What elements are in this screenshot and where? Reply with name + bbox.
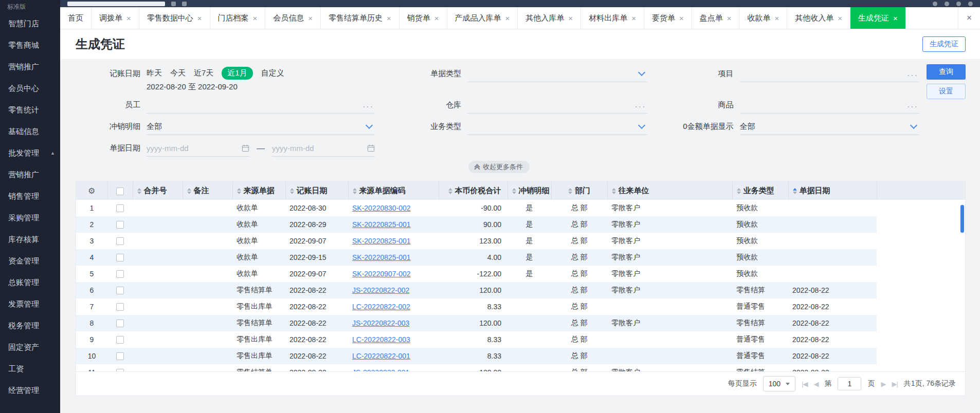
sort-icon[interactable] [353,188,357,194]
more-options-icon[interactable]: ··· [635,103,646,111]
sidebar-item-3[interactable]: 营销推广 [0,56,60,78]
sort-icon[interactable] [612,188,616,194]
sidebar-item-17[interactable]: 工资 [0,358,60,380]
row-checkbox[interactable] [116,287,124,294]
more-options-icon[interactable]: ··· [362,103,374,111]
toolbar-icon[interactable] [945,2,949,6]
tab-11[interactable]: 要货单× [644,7,692,29]
sort-icon[interactable] [237,188,241,194]
tab-14[interactable]: 其他收入单× [787,7,850,29]
sort-icon[interactable] [187,188,191,194]
tab-close-icon[interactable]: × [308,14,313,22]
toolbar-icon[interactable] [956,2,961,6]
sort-icon[interactable] [290,188,294,194]
last-page-button[interactable]: ▶| [892,380,897,388]
tab-9[interactable]: 其他入库单× [518,7,581,29]
goods-input[interactable] [740,97,920,113]
tab-close-icon[interactable]: × [387,14,391,22]
apps-grid-icon[interactable] [171,2,176,6]
tab-close-icon[interactable]: × [505,14,510,22]
sidebar-item-4[interactable]: 会员中心 [0,78,60,99]
tab-close-icon[interactable]: × [631,14,636,22]
calendar-icon[interactable] [242,144,249,152]
next-page-button[interactable]: ▶ [881,380,885,388]
column-header-9[interactable]: 往来单位 [607,181,732,200]
prev-page-button[interactable]: ◀ [813,380,818,388]
source-code-link[interactable]: SK-20220825-001 [352,253,411,261]
tab-close-icon[interactable]: × [774,14,779,22]
quick-option-3[interactable]: 近7天 [194,68,213,78]
generate-voucher-button[interactable]: 生成凭证 [922,36,966,52]
more-options-icon[interactable]: ··· [907,103,918,111]
tab-2[interactable]: 调拨单× [92,7,139,29]
column-header-8[interactable]: 部门 [551,181,607,200]
tab-12[interactable]: 盘点单× [692,7,740,29]
column-header-11[interactable]: 单据日期 [788,181,877,200]
tab-13[interactable]: 收款单× [739,7,787,29]
user-avatar[interactable] [968,2,973,6]
global-search-input[interactable] [67,2,165,6]
tab-close-icon[interactable]: × [568,14,573,22]
sort-icon[interactable] [448,188,452,194]
per-page-select[interactable]: 100 [763,376,795,391]
row-checkbox[interactable] [116,352,124,360]
zero-amount-select[interactable]: 全部 [740,118,920,135]
sidebar-item-9[interactable]: 销售管理 [0,185,60,207]
row-checkbox[interactable] [116,320,124,327]
source-code-link[interactable]: SK-20220825-001 [352,220,411,229]
source-code-link[interactable]: SK-20220907-002 [352,270,411,278]
row-checkbox[interactable] [116,254,124,261]
tab-close-icon[interactable]: × [253,14,258,22]
row-checkbox[interactable] [116,369,124,371]
writeoff-select[interactable]: 全部 [147,118,375,135]
tab-1[interactable]: 首页 [60,7,92,29]
quick-option-1[interactable]: 昨天 [147,68,162,78]
employee-input[interactable] [147,97,375,113]
sort-icon[interactable] [737,188,741,194]
tab-close-icon[interactable]: × [893,14,898,22]
tab-5[interactable]: 会员信息× [265,7,321,29]
row-checkbox[interactable] [116,204,124,212]
tab-7[interactable]: 销货单× [400,7,447,29]
quick-option-5[interactable]: 自定义 [261,68,284,78]
sidebar-item-1[interactable]: 智慧门店 [0,13,60,34]
more-options-icon[interactable]: ··· [907,71,918,80]
select-all-checkbox[interactable] [116,187,124,195]
tab-6[interactable]: 零售结算单历史× [321,7,400,29]
row-checkbox[interactable] [116,303,124,311]
row-checkbox[interactable] [116,270,124,278]
tab-close-icon[interactable]: × [197,14,202,22]
sidebar-item-14[interactable]: 发票管理 [0,293,60,315]
column-header-7[interactable]: 冲销明细 [507,181,551,200]
table-row[interactable]: 7零售出库单2022-08-22LC-20220822-0028.33总 部普通… [76,298,965,315]
collapse-conditions-button[interactable]: 收起更多条件 [468,161,530,173]
sidebar-item-2[interactable]: 零售商城 [0,34,60,56]
tab-15[interactable]: 生成凭证× [850,7,906,29]
tab-4[interactable]: 门店档案× [210,7,266,29]
table-row[interactable]: 6零售结算单2022-08-22JS-20220822-002120.00总 部… [76,282,965,298]
table-row[interactable]: 10零售出库单2022-08-22LC-20220822-0018.33总 部普… [76,348,965,364]
source-code-link[interactable]: LC-20220822-003 [352,335,410,344]
column-header-2[interactable]: 备注 [183,181,232,200]
table-row[interactable]: 11零售结算单2022-08-22JS-20220822-001120.00总 … [76,364,965,371]
sidebar-item-13[interactable]: 总账管理 [0,272,60,293]
table-row[interactable]: 2收款单2022-08-29SK-20220825-00190.00是总 部零散… [76,216,965,233]
quick-option-2[interactable]: 今天 [170,68,186,78]
source-code-link[interactable]: SK-20220825-001 [352,237,411,245]
tab-close-icon[interactable]: × [727,14,732,22]
doc-date-end-input[interactable] [272,140,367,156]
column-header-5[interactable]: 来源单据编码 [348,181,439,200]
sidebar-item-11[interactable]: 库存核算 [0,229,60,250]
message-icon[interactable] [182,2,187,6]
vertical-scrollbar-thumb[interactable] [960,205,964,233]
source-code-link[interactable]: JS-20220822-003 [352,319,409,327]
warehouse-input[interactable] [467,97,647,113]
row-checkbox[interactable] [116,336,124,344]
sidebar-item-8[interactable]: 营销推广 [0,164,60,185]
row-checkbox[interactable] [116,237,124,245]
quick-option-4[interactable]: 近1月 [222,67,252,80]
source-code-link[interactable]: JS-20220822-002 [352,286,409,294]
table-row[interactable]: 5收款单2022-09-07SK-20220907-002-122.00是总 部… [76,266,965,282]
page-number-input[interactable] [838,377,861,390]
calendar-icon[interactable] [367,144,375,152]
